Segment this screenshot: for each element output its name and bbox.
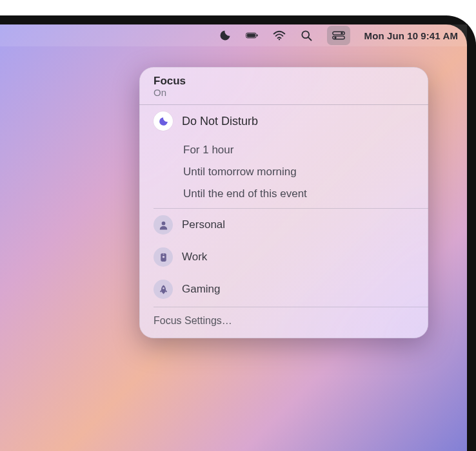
rocket-icon (154, 280, 173, 299)
person-icon (154, 215, 173, 235)
svg-point-12 (162, 256, 164, 258)
dnd-duration-options: For 1 hour Until tomorrow morning Until … (139, 137, 428, 208)
svg-rect-2 (257, 34, 258, 36)
svg-point-9 (334, 37, 336, 39)
svg-rect-1 (246, 34, 255, 37)
focus-settings-link[interactable]: Focus Settings… (139, 307, 428, 332)
svg-line-5 (308, 37, 311, 41)
spotlight-search-icon[interactable] (300, 29, 313, 42)
wifi-icon[interactable] (273, 29, 286, 42)
battery-icon[interactable] (246, 29, 259, 42)
panel-status: On (154, 87, 417, 98)
svg-rect-13 (163, 253, 164, 254)
svg-point-14 (163, 287, 164, 289)
panel-title: Focus (154, 75, 417, 88)
dnd-label: Do Not Disturb (182, 115, 258, 128)
focus-mode-label: Personal (182, 218, 225, 231)
focus-mode-gaming[interactable]: Gaming (139, 273, 428, 307)
duration-option-tomorrow-morning[interactable]: Until tomorrow morning (139, 162, 428, 182)
duration-option-end-of-event[interactable]: Until the end of this event (139, 184, 428, 204)
focus-mode-personal[interactable]: Personal (139, 209, 428, 241)
desktop: Mon Jun 10 9:41 AM Focus On Do Not Distu… (0, 15, 476, 451)
duration-option-1hour[interactable]: For 1 hour (139, 140, 428, 160)
badge-icon (154, 247, 173, 267)
moon-icon (154, 111, 173, 131)
svg-point-7 (341, 32, 342, 34)
focus-mode-label: Work (182, 251, 207, 264)
menubar-datetime[interactable]: Mon Jun 10 9:41 AM (364, 30, 458, 41)
control-center-icon[interactable] (327, 26, 350, 45)
menu-bar: Mon Jun 10 9:41 AM (0, 24, 467, 46)
focus-mode-do-not-disturb[interactable]: Do Not Disturb (139, 105, 428, 137)
svg-point-10 (161, 221, 165, 225)
focus-mode-work[interactable]: Work (139, 241, 428, 273)
focus-menubar-icon[interactable] (219, 29, 232, 42)
focus-dropdown-panel: Focus On Do Not Disturb For 1 hour Until… (139, 67, 428, 338)
svg-point-3 (278, 39, 279, 40)
focus-mode-label: Gaming (182, 283, 221, 296)
